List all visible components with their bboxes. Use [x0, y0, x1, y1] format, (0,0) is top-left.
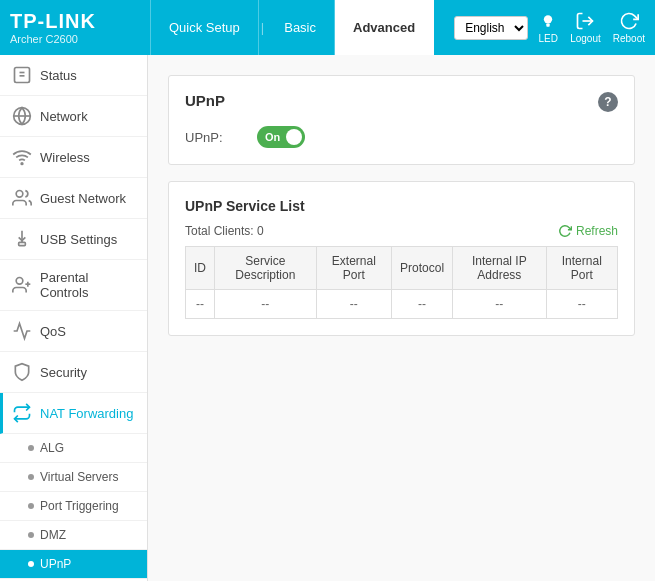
toggle-knob — [286, 129, 302, 145]
status-icon — [12, 65, 32, 85]
upnp-toggle-row: UPnP: On — [185, 126, 618, 148]
nav-tabs: Quick Setup | Basic Advanced — [150, 0, 454, 55]
sidebar-item-status[interactable]: Status — [0, 55, 147, 96]
logo-area: TP-LINK Archer C2600 — [10, 10, 130, 45]
logo-brand: TP-LINK — [10, 10, 130, 33]
header-right: English LED Logout Reboot — [454, 11, 645, 44]
sidebar-label-guest-network: Guest Network — [40, 191, 126, 206]
language-select[interactable]: English — [454, 16, 528, 40]
sidebar: Status Network Wireless Guest Network US — [0, 55, 148, 581]
sidebar-sub-label-alg: ALG — [40, 441, 64, 455]
sub-dot-virtual-servers — [28, 474, 34, 480]
sidebar-item-usb-settings[interactable]: USB Settings — [0, 219, 147, 260]
reboot-icon — [619, 11, 639, 31]
wireless-icon — [12, 147, 32, 167]
guest-network-icon — [12, 188, 32, 208]
col-id: ID — [186, 247, 215, 290]
tab-advanced[interactable]: Advanced — [335, 0, 434, 55]
sidebar-item-security[interactable]: Security — [0, 352, 147, 393]
sidebar-item-qos[interactable]: QoS — [0, 311, 147, 352]
led-button[interactable]: LED — [538, 11, 558, 44]
refresh-label: Refresh — [576, 224, 618, 238]
upnp-list-section: UPnP Service List Total Clients: 0 Refre… — [168, 181, 635, 336]
header: TP-LINK Archer C2600 Quick Setup | Basic… — [0, 0, 655, 55]
col-internal-port: Internal Port — [546, 247, 617, 290]
list-title: UPnP Service List — [185, 198, 618, 214]
network-icon — [12, 106, 32, 126]
usb-icon — [12, 229, 32, 249]
nav-separator-1: | — [259, 20, 266, 35]
svg-point-11 — [16, 278, 23, 285]
sub-dot-dmz — [28, 532, 34, 538]
sidebar-sub-label-port-triggering: Port Triggering — [40, 499, 119, 513]
cell-service-desc: -- — [215, 290, 317, 319]
refresh-button[interactable]: Refresh — [558, 224, 618, 238]
sidebar-label-parental-controls: Parental Controls — [40, 270, 135, 300]
sidebar-item-parental-controls[interactable]: Parental Controls — [0, 260, 147, 311]
help-icon[interactable]: ? — [598, 92, 618, 112]
sidebar-sub-label-upnp: UPnP — [40, 557, 71, 571]
col-ext-port: External Port — [316, 247, 391, 290]
sub-dot-upnp — [28, 561, 34, 567]
sidebar-sub-upnp[interactable]: UPnP — [0, 550, 147, 579]
cell-internal-ip: -- — [453, 290, 546, 319]
logout-icon — [575, 11, 595, 31]
reboot-button[interactable]: Reboot — [613, 11, 645, 44]
sidebar-sub-alg[interactable]: ALG — [0, 434, 147, 463]
sidebar-label-nat-forwarding: NAT Forwarding — [40, 406, 133, 421]
upnp-title: UPnP — [185, 92, 225, 109]
security-icon — [12, 362, 32, 382]
sidebar-label-status: Status — [40, 68, 77, 83]
sidebar-sub-virtual-servers[interactable]: Virtual Servers — [0, 463, 147, 492]
upnp-toggle[interactable]: On — [257, 126, 305, 148]
content-area: UPnP ? UPnP: On UPnP Service List Total … — [148, 55, 655, 581]
sidebar-label-usb-settings: USB Settings — [40, 232, 117, 247]
col-internal-ip: Internal IP Address — [453, 247, 546, 290]
sidebar-label-network: Network — [40, 109, 88, 124]
sidebar-label-security: Security — [40, 365, 87, 380]
sidebar-sub-label-dmz: DMZ — [40, 528, 66, 542]
upnp-table: ID Service Description External Port Pro… — [185, 246, 618, 319]
led-icon — [538, 11, 558, 31]
qos-icon — [12, 321, 32, 341]
sidebar-item-guest-network[interactable]: Guest Network — [0, 178, 147, 219]
cell-internal-port: -- — [546, 290, 617, 319]
header-icons: LED Logout Reboot — [538, 11, 645, 44]
main-layout: Status Network Wireless Guest Network US — [0, 55, 655, 581]
tab-basic[interactable]: Basic — [266, 0, 335, 55]
sidebar-item-wireless[interactable]: Wireless — [0, 137, 147, 178]
col-protocol: Protocol — [392, 247, 453, 290]
upnp-field-label: UPnP: — [185, 130, 245, 145]
sidebar-label-qos: QoS — [40, 324, 66, 339]
nat-icon — [12, 403, 32, 423]
sidebar-sub-label-virtual-servers: Virtual Servers — [40, 470, 118, 484]
svg-rect-1 — [546, 24, 549, 27]
logo-model: Archer C2600 — [10, 33, 130, 45]
svg-point-8 — [21, 163, 23, 165]
upnp-section: UPnP ? UPnP: On — [168, 75, 635, 165]
logout-button[interactable]: Logout — [570, 11, 601, 44]
toggle-on-text: On — [265, 131, 280, 143]
cell-ext-port: -- — [316, 290, 391, 319]
svg-rect-10 — [19, 242, 26, 245]
upnp-header: UPnP ? — [185, 92, 618, 112]
sidebar-sub-dmz[interactable]: DMZ — [0, 521, 147, 550]
cell-id: -- — [186, 290, 215, 319]
svg-point-9 — [16, 191, 23, 198]
cell-protocol: -- — [392, 290, 453, 319]
col-service-desc: Service Description — [215, 247, 317, 290]
sidebar-label-wireless: Wireless — [40, 150, 90, 165]
tab-quick-setup[interactable]: Quick Setup — [150, 0, 259, 55]
sidebar-item-network[interactable]: Network — [0, 96, 147, 137]
sub-dot-port-triggering — [28, 503, 34, 509]
sidebar-sub-port-triggering[interactable]: Port Triggering — [0, 492, 147, 521]
svg-point-0 — [544, 15, 552, 23]
parental-icon — [12, 275, 32, 295]
sidebar-item-nat-forwarding[interactable]: NAT Forwarding — [0, 393, 147, 434]
total-clients-text: Total Clients: 0 — [185, 224, 264, 238]
refresh-icon — [558, 224, 572, 238]
table-row: -- -- -- -- -- -- — [186, 290, 618, 319]
list-header: Total Clients: 0 Refresh — [185, 224, 618, 238]
sub-dot-alg — [28, 445, 34, 451]
